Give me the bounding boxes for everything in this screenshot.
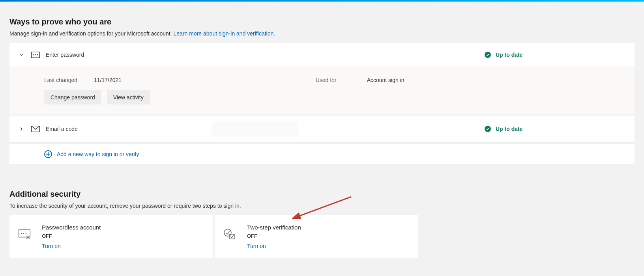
- svg-point-3: [37, 54, 38, 56]
- twostep-content: Two-step verification OFF Turn on: [247, 224, 301, 249]
- last-changed-label: Last changed: [44, 77, 80, 83]
- svg-point-10: [26, 233, 26, 234]
- plus-circle-icon: [44, 150, 52, 158]
- password-icon: [31, 51, 40, 58]
- method-email-middle: [212, 122, 461, 136]
- svg-point-9: [23, 233, 24, 234]
- redacted-email: [212, 122, 298, 136]
- section-desc-text: Manage sign-in and verification options …: [9, 30, 174, 37]
- svg-point-1: [33, 54, 34, 56]
- security-cards-row: Passwordless account OFF Turn on Two-ste…: [9, 215, 418, 258]
- svg-point-13: [224, 229, 231, 236]
- passwordless-card: Passwordless account OFF Turn on: [9, 215, 213, 258]
- status-text-password: Up to date: [496, 52, 522, 58]
- passwordless-title: Passwordless account: [42, 224, 101, 231]
- method-card-password: Enter password Up to date: [9, 43, 635, 67]
- password-details-left: Last changed 11/17/2021 Change password …: [44, 77, 150, 104]
- password-actions: Change password View activity: [44, 90, 150, 104]
- chevron-down-icon: [17, 51, 25, 59]
- check-icon: [485, 126, 491, 132]
- twostep-card: Two-step verification OFF Turn on: [215, 215, 418, 258]
- section-title-additional: Additional security: [9, 190, 635, 199]
- passwordless-status: OFF: [42, 233, 101, 239]
- learn-more-link[interactable]: Learn more about sign-in and verificatio…: [174, 30, 275, 37]
- add-new-link[interactable]: Add a new way to sign in or verify: [57, 151, 139, 157]
- last-changed-row: Last changed 11/17/2021: [44, 77, 150, 83]
- check-icon: [485, 52, 491, 58]
- last-changed-value: 11/17/2021: [94, 77, 122, 83]
- used-for-label: Used for: [316, 77, 351, 83]
- add-new-row[interactable]: Add a new way to sign in or verify: [9, 144, 635, 164]
- method-label-email: Email a code: [46, 126, 212, 132]
- twostep-status: OFF: [247, 233, 301, 239]
- svg-point-8: [21, 233, 22, 234]
- method-row-email[interactable]: Email a code Up to date: [9, 116, 635, 142]
- section-title-ways: Ways to prove who you are: [9, 17, 635, 26]
- add-new-card: Add a new way to sign in or verify: [9, 144, 635, 164]
- method-card-email: Email a code Up to date: [9, 116, 635, 142]
- twostep-icon: [223, 228, 236, 241]
- passwordless-content: Passwordless account OFF Turn on: [42, 224, 101, 249]
- status-email: Up to date: [461, 126, 627, 132]
- page-container: Ways to prove who you are Manage sign-in…: [0, 2, 644, 267]
- method-row-password[interactable]: Enter password Up to date: [9, 43, 635, 67]
- method-label-password: Enter password: [46, 52, 212, 58]
- view-activity-button[interactable]: View activity: [107, 90, 150, 104]
- svg-point-2: [35, 54, 36, 56]
- twostep-title: Two-step verification: [247, 224, 301, 231]
- status-password: Up to date: [461, 52, 627, 58]
- passwordless-turn-on-link[interactable]: Turn on: [42, 243, 61, 249]
- twostep-turn-on-link[interactable]: Turn on: [247, 243, 266, 249]
- password-expanded-panel: Last changed 11/17/2021 Change password …: [9, 67, 635, 114]
- change-password-button[interactable]: Change password: [44, 90, 101, 104]
- passwordless-icon: [18, 228, 31, 241]
- email-icon: [31, 125, 40, 132]
- section-desc-additional: To increase the security of your account…: [9, 203, 635, 209]
- password-details-right: Used for Account sign in: [316, 77, 404, 83]
- section-desc-ways: Manage sign-in and verification options …: [9, 30, 635, 37]
- chevron-right-icon: [17, 125, 25, 133]
- used-for-value: Account sign in: [367, 77, 404, 83]
- status-text-email: Up to date: [496, 126, 522, 132]
- svg-rect-7: [19, 230, 30, 237]
